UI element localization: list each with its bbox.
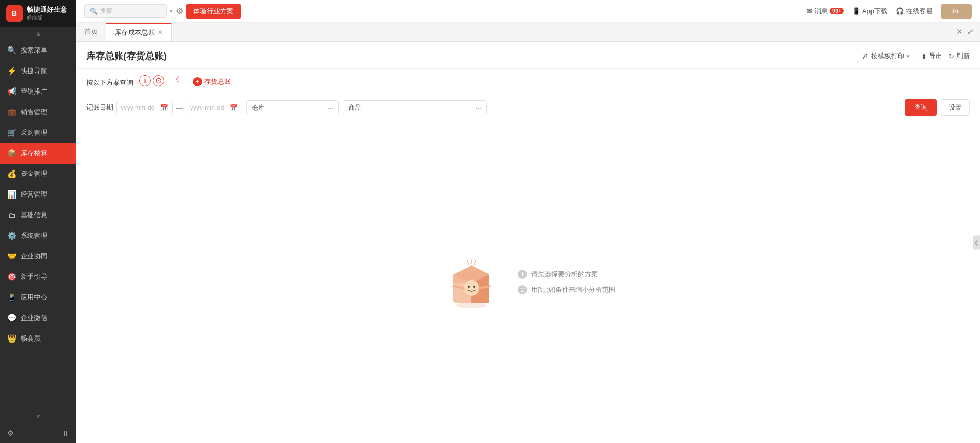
sidebar-item-label: 基础信息	[21, 210, 47, 220]
sidebar-item-member[interactable]: 👑 畅会员	[0, 328, 76, 349]
sidebar-item-label: 搜索菜单	[21, 46, 47, 55]
scheme-item-inventory[interactable]: 存货总账	[188, 75, 236, 88]
filter-actions-right: 查询 设置	[905, 99, 970, 116]
wechat-icon: 💬	[7, 313, 16, 323]
sidebar-scroll-down[interactable]: ▼	[0, 412, 76, 421]
warehouse-label: 仓库	[252, 103, 264, 112]
finance-icon: 💰	[7, 169, 16, 179]
goods-label: 商品	[349, 103, 361, 112]
sidebar-item-apps[interactable]: 📱 应用中心	[0, 287, 76, 308]
svg-point-7	[468, 286, 470, 288]
tab-bar-right: ✕ ⤢	[950, 27, 980, 37]
sidebar-item-purchase[interactable]: 🛒 采购管理	[0, 122, 76, 143]
user-avatar[interactable]: Rit	[941, 4, 972, 19]
svg-point-1	[456, 302, 487, 308]
header-search-box[interactable]: 🔍 搜索	[84, 4, 167, 18]
sidebar-item-sales[interactable]: 💼 销售管理	[0, 102, 76, 122]
tab-inventory-cost[interactable]: 库存成本总账 ✕	[106, 23, 172, 41]
add-filter-button[interactable]: +	[139, 75, 151, 86]
header-gear-icon[interactable]: ⚙	[176, 6, 183, 16]
sidebar-item-system[interactable]: ⚙️ 系统管理	[0, 225, 76, 246]
warehouse-filter-field: 仓库 ···	[246, 100, 339, 115]
refresh-button[interactable]: ↻ 刷新	[949, 51, 970, 61]
avatar-text: Rit	[953, 8, 960, 15]
sidebar-nav: 🔍 搜索菜单 ⚡ 快捷导航 📢 营销推广 💼 销售管理 🛒 采购管理 📦 库存核…	[0, 40, 76, 410]
online-service-action[interactable]: 🎧 在线客服	[896, 7, 933, 16]
app-logo: B 畅捷通好生意 标准版	[0, 0, 76, 27]
sidebar-item-basic[interactable]: 🗂 基础信息	[0, 205, 76, 225]
scheme-icon	[193, 77, 202, 86]
goods-select[interactable]: 商品 ···	[343, 100, 487, 115]
system-icon: ⚙️	[7, 231, 16, 240]
sidebar-item-newuser[interactable]: 🎯 新手引导	[0, 267, 76, 287]
panel-toggle-icon: ❮	[974, 240, 978, 245]
sidebar-item-finance[interactable]: 💰 资金管理	[0, 164, 76, 184]
remove-filter-button[interactable]: ⊙	[153, 75, 164, 86]
tab-bar: 首页 库存成本总账 ✕ ✕ ⤢	[76, 23, 980, 42]
industry-solution-button[interactable]: 体验行业方案	[186, 4, 241, 19]
right-panel-toggle[interactable]: ❮	[973, 236, 980, 250]
sidebar-item-label: 系统管理	[21, 231, 47, 240]
warehouse-select[interactable]: 仓库 ···	[246, 100, 339, 115]
tab-expand-icon[interactable]: ⤢	[967, 27, 974, 37]
message-icon: ✉	[807, 7, 812, 15]
newuser-icon: 🎯	[7, 272, 16, 281]
tab-home[interactable]: 首页	[76, 23, 106, 41]
inventory-icon: 📦	[7, 149, 16, 158]
search-icon: 🔍	[90, 8, 98, 15]
date-start-placeholder: yyyy-mm-dd	[121, 104, 154, 111]
goods-filter-field: 商品 ···	[343, 100, 487, 115]
member-icon: 👑	[7, 334, 16, 343]
app-title: 畅捷通好生意	[27, 6, 67, 14]
printer-icon: 🖨	[862, 52, 869, 60]
svg-point-6	[464, 280, 479, 296]
sidebar-item-label: 新手引导	[21, 272, 47, 281]
inventory-tab-label: 库存成本总账	[115, 28, 155, 37]
empty-state: 1 请先选择要分析的方案 2 用[过滤]条件来缩小分析范围	[76, 120, 980, 443]
sidebar-item-quick[interactable]: ⚡ 快捷导航	[0, 61, 76, 81]
date-start-input[interactable]: yyyy-mm-dd 📅	[116, 101, 173, 114]
scheme-label: 存货总账	[204, 77, 231, 86]
empty-tip-2: 2 用[过滤]条件来缩小分析范围	[518, 285, 615, 294]
dropdown-chevron[interactable]: ▾	[170, 8, 173, 14]
query-button[interactable]: 查询	[905, 99, 937, 116]
sidebar-item-marketing[interactable]: 📢 营销推广	[0, 81, 76, 102]
sidebar-item-inventory[interactable]: 📦 库存核算	[0, 143, 76, 164]
sidebar-item-enterprise[interactable]: 🤝 企业协同	[0, 246, 76, 267]
tab-close-all-icon[interactable]: ✕	[956, 27, 963, 37]
sidebar-item-operation[interactable]: 📊 经营管理	[0, 184, 76, 205]
message-label: 消息	[814, 7, 828, 16]
calendar-icon-end: 📅	[230, 104, 238, 111]
tab-close-icon[interactable]: ✕	[158, 29, 163, 36]
sidebar-scroll-up[interactable]: ▲	[0, 29, 76, 38]
date-end-input[interactable]: yyyy-mm-dd 📅	[186, 101, 242, 114]
export-icon: ⬆	[921, 52, 927, 60]
app-download-action[interactable]: 📱 App下载	[852, 7, 887, 16]
settings-button[interactable]: 设置	[941, 99, 970, 116]
export-button[interactable]: ⬆ 导出	[921, 51, 942, 61]
basic-icon: 🗂	[7, 211, 16, 220]
tip-num-1: 1	[518, 270, 527, 279]
logo-icon: B	[6, 5, 23, 22]
warehouse-more-icon[interactable]: ···	[327, 103, 333, 112]
search-icon: 🔍	[7, 46, 16, 55]
svg-line-11	[467, 260, 469, 265]
collapse-sidebar-icon[interactable]: ⏸	[61, 429, 69, 438]
print-label: 按模板打印	[871, 51, 904, 61]
sidebar-item-label: 应用中心	[21, 293, 47, 302]
tip-text-1: 请先选择要分析的方案	[531, 270, 598, 279]
sidebar-item-label: 营销推广	[21, 87, 47, 96]
sidebar-item-search[interactable]: 🔍 搜索菜单	[0, 40, 76, 61]
empty-tip-1: 1 请先选择要分析的方案	[518, 270, 615, 279]
sidebar-item-label: 经营管理	[21, 190, 47, 199]
sidebar-item-wechat[interactable]: 💬 企业微信	[0, 308, 76, 328]
filter-area: 按以下方案查询 + ⊙ 《 存货总账	[76, 69, 980, 95]
page-title: 库存总账(存货总账)	[86, 50, 167, 62]
message-action[interactable]: ✉ 消息 99+	[807, 7, 844, 16]
collapse-filter-button[interactable]: 《	[170, 75, 182, 84]
search-placeholder: 搜索	[100, 7, 112, 15]
goods-more-icon[interactable]: ···	[475, 103, 481, 112]
settings-icon[interactable]: ⚙	[7, 429, 14, 438]
date-end-placeholder: yyyy-mm-dd	[190, 104, 224, 111]
print-button[interactable]: 🖨 按模板打印 ▾	[857, 49, 915, 63]
